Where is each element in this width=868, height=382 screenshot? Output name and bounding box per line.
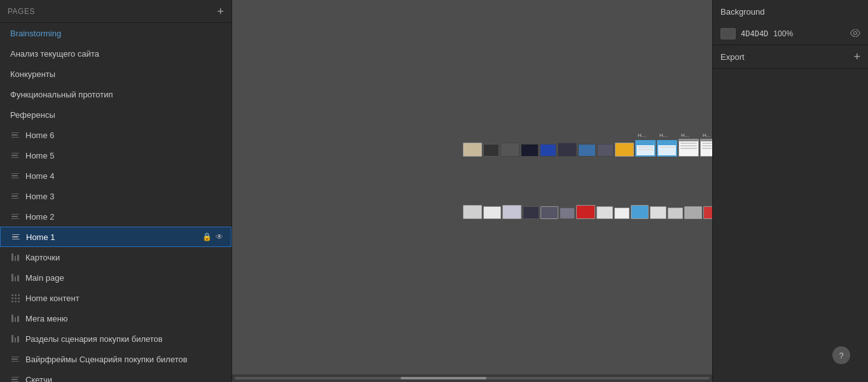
- thumb-item[interactable]: [596, 206, 613, 219]
- eye-icon[interactable]: 👁: [216, 232, 223, 241]
- sidebar-item-brainstorming[interactable]: Brainstorming: [0, 23, 231, 43]
- thumb-item[interactable]: [631, 205, 649, 219]
- thumb-item[interactable]: [578, 144, 596, 157]
- thumb-item[interactable]: [668, 208, 683, 219]
- sidebar-title: Pages: [8, 7, 35, 16]
- opacity-value[interactable]: 100%: [773, 29, 793, 38]
- bars-icon: [11, 234, 21, 240]
- bars-icon: [10, 132, 20, 138]
- canvas-content: H... H... H... H... H...: [232, 0, 712, 369]
- canvas-scrollbar[interactable]: [232, 374, 712, 382]
- sidebar-item-analysis[interactable]: Анализ текущего сайта: [0, 43, 231, 64]
- sidebar-item-prototype[interactable]: Функциональный прототип: [0, 84, 231, 104]
- export-add-button[interactable]: +: [853, 51, 860, 62]
- background-section: Background 4D4D4D 100%: [713, 0, 868, 45]
- background-title: Background: [720, 7, 764, 17]
- thumbnail-row1: [463, 139, 712, 157]
- thumb-item[interactable]: [540, 144, 556, 157]
- sidebar-item-home1[interactable]: Home 1 🔒 👁: [0, 227, 231, 247]
- colbars-icon: [10, 315, 20, 322]
- color-hex-value[interactable]: 4D4D4D: [741, 29, 768, 38]
- thumb-item[interactable]: [597, 144, 614, 157]
- thumb-item[interactable]: [614, 208, 630, 219]
- colbars-icon: [10, 335, 20, 343]
- lock-icon[interactable]: 🔒: [202, 232, 212, 241]
- sidebar-item-wireframes[interactable]: Вайрфреймы Сценарийя покупки билетов: [0, 349, 231, 369]
- thumb-item[interactable]: [463, 143, 482, 157]
- thumb-item[interactable]: [523, 206, 539, 219]
- main-canvas[interactable]: H... H... H... H... H...: [232, 0, 712, 382]
- colbars-icon: [10, 253, 20, 261]
- color-swatch[interactable]: [720, 28, 736, 39]
- sidebar-item-home3[interactable]: Home 3: [0, 186, 231, 206]
- home1-actions: 🔒 👁: [202, 232, 223, 241]
- sidebar-item-references[interactable]: Референсы: [0, 104, 231, 125]
- thumb-item[interactable]: [558, 143, 577, 157]
- scrollbar-thumb[interactable]: [401, 377, 486, 379]
- sidebar-item-home6[interactable]: Home 6: [0, 125, 231, 145]
- thumb-item[interactable]: [700, 139, 712, 157]
- sidebar-items-list: Brainstorming Анализ текущего сайта Конк…: [0, 23, 231, 382]
- thumb-item-selected[interactable]: [657, 140, 677, 157]
- help-button[interactable]: ?: [832, 346, 850, 364]
- thumb-item[interactable]: [502, 205, 521, 219]
- sidebar-item-competitors[interactable]: Конкуренты: [0, 64, 231, 84]
- sidebar-item-homecontent[interactable]: Home контент: [0, 288, 231, 308]
- sidebar-item-home5[interactable]: Home 5: [0, 145, 231, 166]
- thumb-item[interactable]: [500, 143, 520, 157]
- thumb-item[interactable]: [483, 144, 499, 157]
- sidebar-item-home2[interactable]: Home 2: [0, 206, 231, 227]
- bars-icon: [10, 153, 20, 159]
- background-content: 4D4D4D 100%: [713, 23, 868, 45]
- colbars-icon: [10, 274, 20, 281]
- pages-sidebar: Pages + Brainstorming Анализ текущего са…: [0, 0, 232, 382]
- thumb-item[interactable]: [650, 206, 666, 219]
- thumb-item[interactable]: [521, 144, 539, 157]
- sidebar-item-kartochki[interactable]: Карточки: [0, 247, 231, 267]
- right-panel: Background 4D4D4D 100% Export + ?: [712, 0, 868, 382]
- svg-point-0: [854, 32, 857, 35]
- export-title: Export: [720, 52, 745, 62]
- thumb-item-selected[interactable]: [635, 140, 656, 157]
- bars-icon: [10, 194, 20, 199]
- thumb-item[interactable]: [615, 143, 634, 157]
- dots-icon: [10, 294, 20, 302]
- sidebar-item-razdely[interactable]: Разделы сценария покупки билетов: [0, 329, 231, 349]
- thumb-row1-labels: H... H... H... H... H...: [638, 132, 712, 138]
- bars-icon: [10, 357, 20, 362]
- bars-icon: [10, 214, 20, 220]
- visibility-eye-icon[interactable]: [850, 29, 860, 39]
- thumb-item[interactable]: [684, 206, 702, 219]
- bars-icon: [10, 377, 20, 382]
- sidebar-item-megamenu[interactable]: Мега меню: [0, 308, 231, 329]
- sidebar-header: Pages +: [0, 0, 231, 23]
- thumb-item[interactable]: [483, 206, 501, 219]
- thumb-item[interactable]: [541, 206, 558, 219]
- thumbnail-row2: [463, 205, 712, 219]
- thumb-item[interactable]: [576, 205, 595, 219]
- background-header: Background: [713, 0, 868, 23]
- export-header: Export +: [713, 45, 868, 68]
- sidebar-item-mainpage[interactable]: Main page: [0, 267, 231, 288]
- sidebar-item-home4[interactable]: Home 4: [0, 166, 231, 186]
- thumb-item[interactable]: [703, 206, 712, 219]
- export-section: Export +: [713, 45, 868, 69]
- thumb-item[interactable]: [679, 139, 699, 157]
- bars-icon: [10, 173, 20, 179]
- add-page-button[interactable]: +: [217, 6, 224, 17]
- scrollbar-track: [235, 377, 710, 379]
- thumb-item[interactable]: [560, 208, 575, 219]
- thumb-item[interactable]: [463, 205, 482, 219]
- sidebar-item-sketchi[interactable]: Скетчи: [0, 369, 231, 382]
